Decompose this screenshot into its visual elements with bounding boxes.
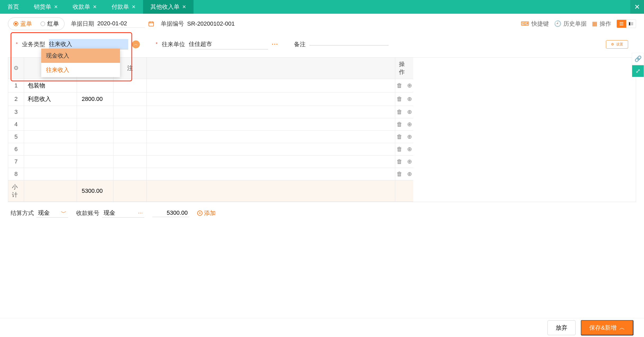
cell-remark[interactable] [113, 79, 147, 92]
attachment-button[interactable]: 🔗 [632, 53, 644, 65]
chevron-up-icon[interactable]: ︿ [132, 40, 140, 48]
tab-sales-order[interactable]: 销货单✕ [26, 0, 65, 14]
view-detail-button[interactable] [626, 20, 636, 28]
cell-income-name[interactable]: 包装物 [24, 79, 77, 92]
delete-icon[interactable]: 🗑 [397, 109, 402, 115]
add-row-icon[interactable]: ⊕ [407, 96, 412, 102]
cell-income-name[interactable] [24, 156, 77, 168]
dropdown-option-credit-income[interactable]: 往来收入 [41, 63, 120, 77]
party-input[interactable]: 佳佳超市 [189, 39, 268, 49]
add-row-icon[interactable]: ⊕ [407, 133, 412, 140]
remark-field: 备注 [294, 40, 389, 48]
cell-amount[interactable] [77, 168, 113, 180]
cell-remark[interactable] [113, 131, 147, 143]
table-row: 6 🗑⊕ [8, 143, 636, 156]
col-spacer-header [147, 58, 395, 79]
cell-income-name[interactable] [24, 143, 77, 156]
bill-type-blue[interactable]: 蓝单 [9, 19, 36, 29]
close-icon[interactable]: ✕ [132, 4, 136, 10]
row-ops: 🗑⊕ [395, 118, 413, 131]
add-row-icon[interactable]: ⊕ [407, 158, 412, 165]
tab-payment[interactable]: 付款单✕ [104, 0, 143, 14]
svg-rect-1 [629, 22, 630, 25]
close-icon[interactable]: ✕ [93, 4, 97, 10]
cell-remark[interactable] [113, 92, 147, 106]
row-ops: 🗑⊕ [395, 131, 413, 143]
add-row-icon[interactable]: ⊕ [407, 171, 412, 177]
cell-amount[interactable] [77, 156, 113, 168]
add-payment-button[interactable]: + 添加 [197, 209, 216, 217]
expand-button[interactable]: ⤢ [632, 65, 644, 77]
cell-amount[interactable] [77, 118, 113, 131]
delete-icon[interactable]: 🗑 [397, 158, 402, 165]
dropdown-option-cash-income[interactable]: 现金收入 [41, 49, 120, 63]
operate-button[interactable]: ▦操作 [592, 20, 611, 28]
close-icon[interactable]: ✕ [54, 4, 58, 10]
cell-amount[interactable] [77, 143, 113, 156]
add-row-icon[interactable]: ⊕ [407, 146, 412, 153]
payment-amount-input[interactable]: 5300.00 [152, 209, 189, 217]
sub-header: 蓝单 红单 单据日期 2020-01-02 单据编号 SR-20200102-0… [0, 14, 644, 34]
cell-amount[interactable] [77, 79, 113, 92]
cell-amount[interactable] [77, 106, 113, 118]
row-ops: 🗑⊕ [395, 92, 413, 106]
delete-icon[interactable]: 🗑 [397, 171, 402, 177]
payment-row: 结算方式 现金 ﹀ 收款账号 现金 ··· 5300.00 + 添加 [0, 202, 644, 224]
delete-icon[interactable]: 🗑 [397, 82, 402, 89]
cell-remark[interactable] [113, 143, 147, 156]
add-row-icon[interactable]: ⊕ [407, 109, 412, 115]
radio-icon [13, 21, 18, 26]
required-mark: * [156, 41, 158, 47]
cell-income-name[interactable] [24, 168, 77, 180]
ellipsis-icon[interactable]: ··· [272, 41, 278, 48]
chevron-down-icon: ﹀ [61, 209, 67, 217]
table-settings-header[interactable]: ⚙ [8, 58, 24, 79]
tab-home[interactable]: 首页 [0, 0, 26, 14]
row-number: 8 [8, 168, 24, 180]
bill-type-red[interactable]: 红单 [36, 19, 63, 29]
add-row-icon[interactable]: ⊕ [407, 82, 412, 89]
history-button[interactable]: 🕘历史单据 [554, 20, 587, 28]
cell-spacer [147, 131, 395, 143]
cell-amount[interactable]: 2800.00 [77, 92, 113, 106]
cell-spacer [147, 92, 395, 106]
close-icon[interactable]: ✕ [182, 4, 186, 10]
doc-date-value[interactable]: 2020-01-02 [97, 20, 145, 28]
settings-button[interactable]: ⚙ 设置 [606, 40, 628, 49]
shortcut-button[interactable]: ⌨快捷键 [521, 20, 549, 28]
view-list-button[interactable] [617, 20, 626, 28]
cell-income-name[interactable] [24, 118, 77, 131]
delete-icon[interactable]: 🗑 [397, 133, 402, 140]
window-close-button[interactable]: ✕ [630, 0, 644, 14]
cell-income-name[interactable] [24, 131, 77, 143]
cell-remark[interactable] [113, 118, 147, 131]
top-tab-bar: 首页 销货单✕ 收款单✕ 付款单✕ 其他收入单✕ ✕ [0, 0, 644, 14]
required-mark: * [16, 41, 18, 47]
cell-remark[interactable] [113, 156, 147, 168]
cell-income-name[interactable] [24, 106, 77, 118]
doc-no-label: 单据编号 [161, 20, 184, 28]
remark-label: 备注 [294, 40, 306, 48]
cell-remark[interactable] [113, 168, 147, 180]
biz-type-input[interactable]: 往来收入 [49, 39, 128, 49]
tab-other-income[interactable]: 其他收入单✕ [143, 0, 194, 14]
remark-input[interactable] [309, 43, 389, 45]
ellipsis-icon: ··· [138, 209, 143, 216]
delete-icon[interactable]: 🗑 [397, 121, 402, 128]
link-icon: 🔗 [634, 55, 642, 62]
subtotal-spacer [24, 180, 77, 202]
row-ops: 🗑⊕ [395, 143, 413, 156]
account-select[interactable]: 现金 ··· [102, 208, 144, 218]
add-row-icon[interactable]: ⊕ [407, 121, 412, 128]
cell-remark[interactable] [113, 106, 147, 118]
row-number: 1 [8, 79, 24, 92]
delete-icon[interactable]: 🗑 [397, 146, 402, 153]
cell-amount[interactable] [77, 131, 113, 143]
settle-method-select[interactable]: 现金 ﹀ [36, 208, 68, 218]
account-field: 收款账号 现金 ··· [76, 208, 144, 218]
cell-income-name[interactable]: 利息收入 [24, 92, 77, 106]
delete-icon[interactable]: 🗑 [397, 96, 402, 102]
calendar-icon[interactable] [148, 21, 154, 27]
row-number: 6 [8, 143, 24, 156]
tab-receipt[interactable]: 收款单✕ [65, 0, 104, 14]
